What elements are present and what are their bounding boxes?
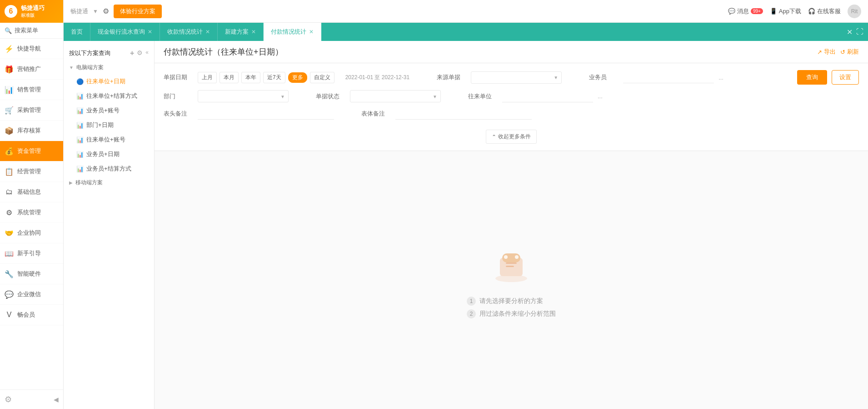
tab-close-new-plan[interactable]: ✕: [251, 29, 256, 35]
nav-item-staff-settle[interactable]: 📊业务员+结算方式: [64, 162, 154, 176]
nav-item-dept-date[interactable]: 📊部门+日期: [64, 118, 154, 132]
right-panel: 付款情况统计（往来单位+日期） ↗ 导出 ↺ 刷新 单据日期: [155, 41, 868, 409]
close-all-tabs-icon[interactable]: ✕: [847, 28, 853, 36]
sidebar-item-hardware[interactable]: 🔧智能硬件: [0, 264, 63, 284]
date-btn-更多[interactable]: 更多: [288, 72, 307, 83]
section-title-mobile[interactable]: ▶移动端方案: [64, 176, 154, 189]
sidebar-item-basic[interactable]: 🗂基础信息: [0, 182, 63, 202]
trial-button[interactable]: 体验行业方案: [114, 5, 162, 18]
settings-button[interactable]: 设置: [832, 70, 859, 85]
body-note-input[interactable]: [395, 108, 532, 120]
page-actions: ↗ 导出 ↺ 刷新: [817, 48, 859, 56]
panel-collapse-icon[interactable]: «: [145, 49, 149, 57]
basic-icon: 🗂: [5, 187, 14, 197]
add-plan-icon[interactable]: +: [130, 49, 134, 57]
refresh-icon: ↺: [840, 49, 845, 56]
tab-receivable-stats[interactable]: 收款情况统计✕: [160, 23, 218, 41]
sidebar-footer: ⚙ ◀: [0, 389, 63, 409]
user-avatar[interactable]: Rit: [848, 5, 861, 18]
messages-item[interactable]: 💬 消息 99+: [728, 7, 763, 15]
nav-item-partner-settle[interactable]: 📊往来单位+结算方式: [64, 89, 154, 103]
source-bill-select[interactable]: [471, 71, 562, 84]
online-service-item[interactable]: 🎧 在线客服: [808, 7, 841, 15]
plan-settings-icon[interactable]: ⚙: [137, 49, 143, 57]
staff-label: 业务员: [589, 73, 614, 81]
nav-item-partner-account[interactable]: 📊往来单位+账号: [64, 132, 154, 147]
staff-input[interactable]: [623, 71, 714, 83]
maximize-icon[interactable]: ⛶: [856, 28, 863, 36]
section-arrow-desktop: ▼: [69, 65, 74, 70]
tab-close-payment-stats[interactable]: ✕: [309, 29, 314, 35]
section-label-desktop: 电脑端方案: [76, 64, 104, 71]
sidebar-item-wechat[interactable]: 💬企业微信: [0, 284, 63, 305]
body-note-label: 表体备注: [361, 110, 386, 118]
date-btn-上月[interactable]: 上月: [198, 72, 217, 83]
tab-label-new-plan: 新建方案: [225, 28, 249, 36]
sidebar-search[interactable]: 🔍 搜索菜单: [0, 23, 63, 39]
nav-item-staff-date[interactable]: 📊业务员+日期: [64, 147, 154, 162]
nav-label-dept-date: 部门+日期: [86, 121, 114, 129]
sidebar-item-marketing[interactable]: 🎁营销推广: [0, 59, 63, 80]
gear-button[interactable]: ⚙: [103, 7, 109, 15]
sidebar-item-corp[interactable]: 🤝企业协同: [0, 223, 63, 243]
bill-status-select[interactable]: [350, 90, 441, 102]
nav-item-partner-date[interactable]: 🔵往来单位+日期: [64, 74, 154, 89]
date-btn-近7天[interactable]: 近7天: [263, 72, 285, 83]
sidebar-label-purchase: 采购管理: [17, 106, 41, 114]
filter-area: 单据日期 上月本月本年近7天更多自定义 2022-01-01 至 2022-12…: [155, 63, 868, 151]
sidebar-item-operation[interactable]: 📋经营管理: [0, 162, 63, 182]
refresh-button[interactable]: ↺ 刷新: [840, 48, 859, 56]
date-btn-自定义[interactable]: 自定义: [310, 72, 334, 83]
partner-ellipsis[interactable]: ...: [598, 93, 603, 100]
sidebar-collapse-icon[interactable]: ◀: [54, 396, 59, 403]
header-note-input[interactable]: [198, 108, 334, 120]
sidebar-item-sales[interactable]: 📊销售管理: [0, 80, 63, 100]
tab-home[interactable]: 首页: [64, 23, 90, 41]
tab-bank-flow[interactable]: 现金银行流水查询✕: [90, 23, 160, 41]
tab-close-bank-flow[interactable]: ✕: [148, 29, 152, 35]
sidebar-item-member[interactable]: V畅会员: [0, 305, 63, 325]
nav-icon-partner-date: 🔵: [76, 78, 84, 85]
app-download-item[interactable]: 📱 App下载: [770, 7, 801, 15]
sidebar-item-quick-nav[interactable]: ⚡快捷导航: [0, 39, 63, 59]
nav-icon-staff-account: 📊: [76, 107, 84, 114]
sidebar-item-purchase[interactable]: 🛒采购管理: [0, 100, 63, 121]
staff-ellipsis[interactable]: ...: [718, 74, 723, 81]
export-button[interactable]: ↗ 导出: [817, 48, 836, 56]
tab-payment-stats[interactable]: 付款情况统计✕: [264, 23, 321, 41]
sidebar-label-wechat: 企业微信: [17, 290, 41, 298]
nav-item-staff-account[interactable]: 📊业务员+账号: [64, 103, 154, 118]
empty-tip-1: 1 请先选择要分析的方案: [467, 297, 556, 306]
partner-input[interactable]: [502, 91, 593, 102]
query-button[interactable]: 查询: [797, 70, 827, 85]
collapse-button[interactable]: ⌃ 收起更多条件: [486, 130, 537, 144]
tab-label-bank-flow: 现金银行流水查询: [98, 28, 145, 36]
sidebar-item-guide[interactable]: 📖新手引导: [0, 243, 63, 264]
dept-label: 部门: [164, 92, 189, 101]
dept-select[interactable]: [198, 90, 289, 102]
sidebar-settings-icon[interactable]: ⚙: [5, 394, 12, 404]
bill-date-label: 单据日期: [164, 73, 189, 81]
date-btn-本年[interactable]: 本年: [241, 72, 260, 83]
top-bar: 畅捷通 ▼ ⚙ 体验行业方案 💬 消息 99+ 📱 App下载 🎧 在线客服 R…: [64, 0, 868, 23]
tab-close-receivable-stats[interactable]: ✕: [205, 29, 210, 35]
tab-bar-actions: ✕⛶: [847, 28, 868, 36]
svg-point-4: [515, 255, 519, 259]
partner-label: 往来单位: [468, 92, 493, 101]
date-btn-本月[interactable]: 本月: [219, 72, 239, 83]
sidebar-item-system[interactable]: ⚙系统管理: [0, 202, 63, 223]
top-bar-icons: 💬 消息 99+ 📱 App下载 🎧 在线客服 Rit: [728, 5, 861, 18]
page-title: 付款情况统计（往来单位+日期）: [164, 46, 283, 57]
nav-icon-staff-date: 📊: [76, 151, 84, 158]
header-note-label: 表头备注: [164, 110, 189, 118]
section-title-desktop[interactable]: ▼电脑端方案: [64, 61, 154, 74]
chevron-down-icon[interactable]: ▼: [93, 8, 98, 15]
nav-icon-partner-account: 📊: [76, 136, 84, 143]
svg-point-3: [504, 255, 508, 259]
tab-new-plan[interactable]: 新建方案✕: [218, 23, 264, 41]
nav-label-staff-account: 业务员+账号: [86, 106, 120, 115]
sidebar-item-finance[interactable]: 💰资金管理: [0, 141, 63, 162]
section-mobile: ▶移动端方案: [64, 176, 154, 189]
empty-tips: 1 请先选择要分析的方案 2 用过滤条件来缩小分析范围: [467, 297, 556, 318]
sidebar-item-inventory[interactable]: 📦库存核算: [0, 121, 63, 141]
